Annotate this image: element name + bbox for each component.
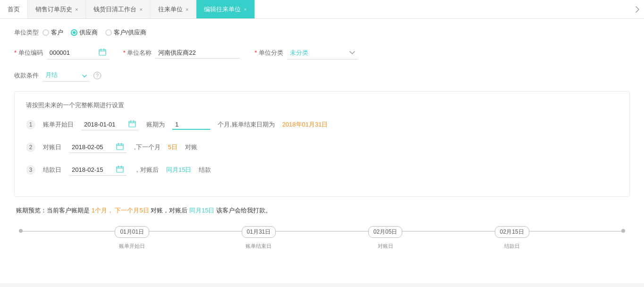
main-content: 单位类型 客户 供应商 客户/供应商 单位编码	[0, 19, 644, 283]
timeline: 01月01日 账单开始日 01月31日 账单结束日 02月05日 对账日 02月…	[14, 226, 630, 250]
unit-name-input[interactable]	[155, 47, 240, 59]
unit-category-group: 单位分类 未分类	[254, 47, 358, 59]
preview-last: 同月15日	[189, 207, 214, 214]
radio-group: 客户 供应商 客户/供应商	[42, 28, 146, 37]
payment-terms-group: 收款条件 月结 ?	[14, 69, 101, 82]
period-start-date-input[interactable]	[84, 121, 127, 128]
period-row-3-suffix: 结款	[199, 166, 211, 174]
period-months-input[interactable]	[172, 120, 210, 130]
period-start-date-input-wrap	[81, 119, 139, 130]
payment-terms-select[interactable]: 月结	[42, 69, 90, 82]
timeline-end-dot	[621, 229, 625, 233]
radio-supplier-label: 供应商	[79, 28, 98, 37]
tl-seg-3	[276, 231, 368, 232]
unit-info-row: 单位编码 单位名称 单位分类 未分类	[14, 46, 630, 59]
period-title: 请按照未来的一个完整帐期进行设置	[26, 101, 618, 110]
tab-partner-label: 往来单位	[158, 5, 183, 14]
radio-both[interactable]: 客户/供应商	[105, 28, 146, 37]
unit-code-input[interactable]	[50, 49, 97, 56]
payment-terms-value: 月结	[45, 71, 79, 79]
period-row-2-prefix: ,下一个月	[134, 143, 161, 152]
tab-home-label: 首页	[8, 5, 20, 14]
period-payment-date-input-wrap	[69, 164, 127, 176]
period-row-2-label: 对账日	[43, 143, 61, 152]
preview-prefix: 账期预览：当前客户账期是	[16, 207, 90, 214]
unit-category-label: 单位分类	[254, 49, 283, 57]
radio-customer[interactable]: 客户	[42, 28, 63, 37]
preview-months: 1个月，	[92, 207, 113, 214]
period-payment-calendar-icon[interactable]	[116, 165, 124, 174]
period-reconcile-date-input-wrap	[69, 142, 127, 153]
radio-both-label: 客户/供应商	[114, 28, 146, 37]
tl-node-2: 01月31日 账单结束日	[242, 226, 276, 250]
tab-bar: 首页 销售订单历史 × 钱货日清工作台 × 往来单位 × 编辑往来单位 ×	[0, 0, 644, 19]
tl-badge-1: 01月01日	[115, 226, 149, 238]
period-num-1: 1	[26, 120, 35, 129]
period-reconcile-calendar-icon[interactable]	[116, 143, 124, 152]
tab-partner[interactable]: 往来单位 ×	[151, 0, 196, 18]
tab-sales-history-close[interactable]: ×	[75, 7, 78, 12]
unit-type-group: 单位类型 客户 供应商 客户/供应商	[14, 28, 146, 37]
tab-cash-work-close[interactable]: ×	[139, 7, 142, 12]
tab-cash-work[interactable]: 钱货日清工作台 ×	[86, 0, 150, 18]
period-suffix-label: 账期为	[146, 120, 165, 129]
timeline-start	[19, 226, 23, 233]
period-months-suffix: 个月,账单结束日期为	[218, 120, 275, 129]
tab-partner-close[interactable]: ×	[186, 7, 188, 12]
unit-code-icon[interactable]	[99, 48, 106, 57]
tab-edit-partner[interactable]: 编辑往来单位 ×	[196, 0, 254, 18]
period-row-3-prefix: ，对账后	[134, 166, 159, 174]
tab-home[interactable]: 首页	[0, 0, 28, 18]
tl-node-1: 01月01日 账单开始日	[115, 226, 149, 250]
unit-name-label: 单位名称	[123, 49, 152, 57]
timeline-start-dot	[19, 229, 23, 233]
period-row-2: 2 对账日 ,下一个月5日 对账	[26, 142, 618, 153]
tl-badge-2: 01月31日	[242, 226, 276, 238]
preview-row: 账期预览：当前客户账期是 1个月， 下一个月5日 对账，对账后 同月15日 该客…	[14, 206, 630, 215]
tab-edit-partner-label: 编辑往来单位	[204, 5, 241, 14]
unit-category-select[interactable]: 未分类	[287, 47, 358, 59]
unit-name-group: 单位名称	[123, 47, 241, 59]
tl-seg-4	[402, 231, 494, 232]
unit-category-chevron-icon	[349, 50, 355, 56]
period-settings-box: 请按照未来的一个完整帐期进行设置 1 账单开始日 账期为 个月,账单结束日期为	[14, 91, 630, 197]
period-row-3-label: 结款日	[43, 166, 61, 174]
tl-seg-2	[149, 231, 241, 232]
tl-seg-1	[23, 231, 115, 232]
preview-suffix: 该客户会给我打款。	[216, 207, 271, 214]
tab-sales-history-label: 销售订单历史	[35, 5, 72, 14]
radio-supplier[interactable]: 供应商	[71, 28, 98, 37]
period-reconcile-date-input[interactable]	[72, 144, 114, 151]
tl-label-2: 账单结束日	[246, 243, 271, 250]
tl-node-3: 02月05日 对账日	[368, 226, 403, 250]
tab-edit-partner-close[interactable]: ×	[244, 7, 246, 12]
tl-label-1: 账单开始日	[119, 243, 145, 250]
tab-sales-history[interactable]: 销售订单历史 ×	[28, 0, 86, 18]
help-icon[interactable]: ?	[93, 72, 101, 79]
period-row-1-label: 账单开始日	[43, 120, 74, 129]
period-row-2-suffix: 对账	[185, 143, 197, 152]
unit-type-row: 单位类型 客户 供应商 客户/供应商	[14, 28, 630, 37]
preview-next: 下一个月5日	[115, 207, 149, 214]
unit-code-group: 单位编码	[14, 46, 109, 59]
payment-terms-label: 收款条件	[14, 71, 39, 80]
payment-terms-chevron-icon	[82, 72, 87, 79]
tl-badge-3: 02月05日	[368, 226, 403, 238]
period-start-calendar-icon[interactable]	[128, 120, 136, 129]
radio-both-circle	[105, 29, 112, 36]
period-payment-date-input[interactable]	[72, 166, 114, 173]
period-end-date: 2018年01月31日	[282, 120, 328, 129]
svg-rect-4	[129, 121, 136, 127]
unit-category-value: 未分类	[290, 49, 347, 57]
svg-rect-12	[117, 167, 123, 172]
unit-code-label: 单位编码	[14, 49, 43, 57]
payment-terms-row: 收款条件 月结 ?	[14, 69, 630, 82]
svg-rect-8	[117, 144, 123, 150]
tl-node-4: 02月15日 结款日	[495, 226, 529, 250]
tl-seg-5	[529, 231, 621, 232]
tab-nav-arrow[interactable]	[631, 0, 644, 18]
period-row-1: 1 账单开始日 账期为 个月,账单结束日期为 2018年01月31日	[26, 119, 618, 130]
tab-cash-work-label: 钱货日清工作台	[93, 5, 136, 14]
period-row-3-day: 同月15日	[166, 166, 191, 174]
period-num-3: 3	[26, 165, 35, 175]
